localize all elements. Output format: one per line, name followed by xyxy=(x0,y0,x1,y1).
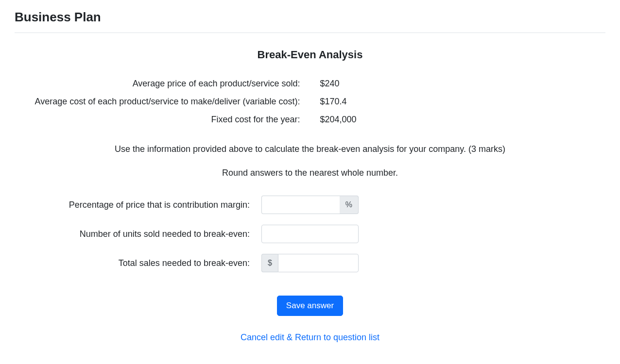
avg-cost-label: Average cost of each product/service to … xyxy=(18,97,300,107)
rounding-note: Round answers to the nearest whole numbe… xyxy=(18,168,602,178)
info-grid: Average price of each product/service so… xyxy=(18,79,602,125)
save-answer-button[interactable]: Save answer xyxy=(277,296,343,316)
total-sales-input[interactable] xyxy=(278,254,359,272)
dollar-prefix: $ xyxy=(261,254,278,272)
page-title: Business Plan xyxy=(15,10,605,25)
answer-form: Percentage of price that is contribution… xyxy=(18,196,602,272)
total-sales-label: Total sales needed to break-even: xyxy=(18,258,250,268)
units-input[interactable] xyxy=(261,225,359,243)
percent-suffix: % xyxy=(340,196,359,214)
fixed-cost-label: Fixed cost for the year: xyxy=(18,115,300,125)
divider xyxy=(15,33,605,33)
units-label: Number of units sold needed to break-eve… xyxy=(18,229,250,239)
avg-price-label: Average price of each product/service so… xyxy=(18,79,300,89)
section-title: Break-Even Analysis xyxy=(18,49,602,61)
avg-cost-value: $170.4 xyxy=(320,97,602,107)
fixed-cost-value: $204,000 xyxy=(320,115,602,125)
actions-area: Save answer xyxy=(18,296,602,316)
avg-price-value: $240 xyxy=(320,79,602,89)
instructions-text: Use the information provided above to ca… xyxy=(18,144,602,154)
cancel-return-link[interactable]: Cancel edit & Return to question list xyxy=(241,332,379,343)
contribution-margin-label: Percentage of price that is contribution… xyxy=(18,200,250,210)
content-area: Break-Even Analysis Average price of eac… xyxy=(18,49,602,343)
contribution-margin-input[interactable] xyxy=(261,196,340,214)
